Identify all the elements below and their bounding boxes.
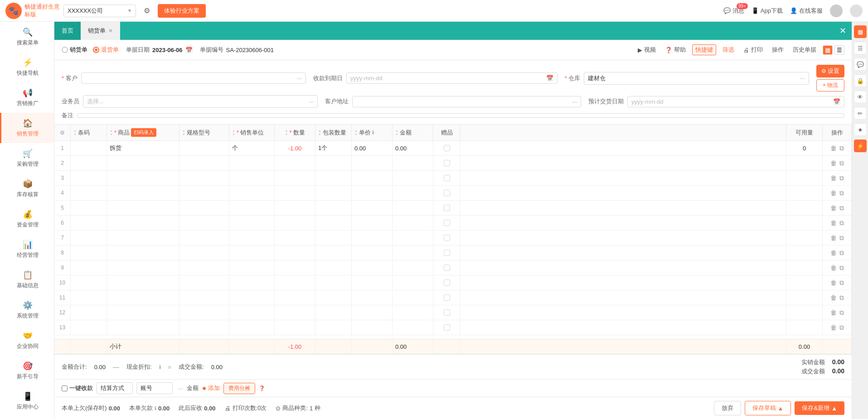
right-panel-lock-btn[interactable]: 🔒 [854,74,867,87]
online-service-btn[interactable]: 👤 在线客服 [790,7,823,15]
toolbar-help[interactable]: ❓ 帮助 [662,45,689,55]
close-window-icon[interactable]: ✕ [839,26,846,36]
sidebar-item-basic[interactable]: 📋 基础信息 [0,265,54,295]
delete-icon[interactable]: 🗑 [830,264,837,271]
copy-icon[interactable]: ⧉ [839,174,844,182]
radio-sales[interactable]: 销货单 [62,46,87,54]
experience-button[interactable]: 体验行业方案 [158,4,206,18]
gift-checkbox[interactable] [444,294,450,301]
row-barcode[interactable] [71,141,107,155]
delete-icon[interactable]: 🗑 [830,249,837,256]
gift-checkbox[interactable] [444,279,450,286]
price-info-icon[interactable]: ℹ [372,130,374,135]
copy-icon[interactable]: ⧉ [839,204,844,212]
tab-close-icon[interactable]: ✕ [108,28,113,34]
gift-checkbox[interactable] [444,205,450,211]
copy-icon[interactable]: ⧉ [839,219,844,227]
row-spec[interactable] [179,141,229,155]
settings-icon[interactable]: ⚙ [140,4,154,18]
warehouse-input[interactable]: 建材仓 ··· [584,72,809,85]
row-price[interactable]: 0.00 [352,141,393,155]
toolbar-video[interactable]: ▶ 视频 [635,45,659,55]
save-new-btn[interactable]: 保存&新增 ▲ [795,401,844,415]
grid-view-btn[interactable]: ▦ [823,45,833,55]
right-panel-eye-btn[interactable]: 👁 [854,91,867,103]
sidebar-item-operations[interactable]: 📊 经营管理 [0,234,54,265]
payment-method-select[interactable]: 结算方式 [97,382,133,394]
gift-checkbox[interactable] [444,145,450,151]
delete-icon[interactable]: 🗑 [830,279,837,286]
gift-checkbox[interactable] [444,250,450,256]
toolbar-shortcut[interactable]: 快捷键 [692,44,716,55]
deduct-info-icon[interactable]: ℹ [155,405,156,411]
copy-icon[interactable]: ⧉ [839,309,844,317]
gift-checkbox[interactable] [444,190,450,196]
cash-discount-info-icon[interactable]: ℹ [159,364,161,370]
avatar[interactable] [830,5,843,17]
payment-dots-btn[interactable]: ··· [178,385,183,392]
fee-split-btn[interactable]: 费用分摊 [223,383,255,394]
gift-checkbox[interactable] [444,309,450,316]
row-extra[interactable] [461,141,786,155]
sidebar-item-wechat[interactable]: 💬 企业微信 [0,416,54,419]
salesperson-input[interactable]: 选择... ··· [83,95,318,108]
settings-btn[interactable]: ⚙ 设置 [816,65,844,77]
warehouse-dots-btn[interactable]: ··· [800,75,805,82]
gift-checkbox[interactable] [444,175,450,181]
right-panel-edit-btn[interactable]: ✏ [854,107,867,120]
toolbar-history[interactable]: 历史单据 [790,45,819,55]
copy-icon[interactable]: ⧉ [839,144,844,152]
toolbar-operations[interactable]: 操作 [769,45,786,55]
message-btn[interactable]: 💬 消息 99+ [723,7,744,15]
gift-checkbox[interactable] [444,324,450,331]
payment-due-input[interactable]: yyyy-mm-dd 📅 [346,72,558,84]
customer-addr-input[interactable]: ··· [352,96,581,107]
sidebar-item-guide[interactable]: 🎯 新手引导 [0,356,54,386]
delete-icon[interactable]: 🗑 [830,219,837,226]
copy-icon[interactable]: ⧉ [839,264,844,272]
right-panel-list-btn[interactable]: ☰ [854,42,867,54]
copy-icon[interactable]: ⧉ [839,249,844,257]
customer-input[interactable]: ··· [81,72,306,84]
tab-sales-order[interactable]: 销货单 ✕ [81,22,120,40]
product-types-info-icon[interactable]: ⊙ [276,405,281,412]
logistics-btn[interactable]: + 物流 [816,79,844,92]
salesperson-dots-btn[interactable]: ··· [309,98,314,105]
remark-input[interactable] [77,113,844,118]
scan-button[interactable]: 扫码录入 [131,128,156,137]
toolbar-print[interactable]: 🖨 打印 [741,45,766,55]
th-settings[interactable]: ⚙ [54,125,71,140]
copy-icon[interactable]: ⧉ [839,324,844,332]
right-panel-star-btn[interactable]: ★ [854,123,867,136]
save-draft-btn[interactable]: 保存草稿 ▲ [745,401,791,415]
date-calendar-icon[interactable]: 📅 [185,47,193,53]
delete-icon[interactable]: 🗑 [830,174,837,182]
delete-icon[interactable]: 🗑 [830,159,837,167]
addr-dots-btn[interactable]: ··· [572,98,577,105]
one-click-payment-checkbox[interactable]: 一键收款 [62,384,93,392]
sidebar-item-system[interactable]: ⚙️ 系统管理 [0,295,54,325]
toolbar-filter[interactable]: 筛选 [720,45,737,55]
one-click-checkbox[interactable] [62,385,68,391]
row-product[interactable]: 拆货 [107,141,179,155]
sidebar-item-quicknav[interactable]: ⚡ 快捷导航 [0,52,54,82]
delete-icon[interactable]: 🗑 [830,309,837,316]
delete-icon[interactable]: 🗑 [830,324,837,331]
delete-icon[interactable]: 🗑 [830,144,837,152]
delete-icon[interactable]: 🗑 [830,189,837,197]
copy-icon[interactable]: ⧉ [839,159,844,167]
tab-home[interactable]: 首页 [54,22,81,40]
row-pkg[interactable]: 1个 [315,141,352,155]
expected-date-calendar-icon[interactable]: 📅 [833,98,840,105]
company-selector[interactable]: XXXXXX公司 ▼ [63,5,136,17]
gift-checkbox[interactable] [444,265,450,271]
sidebar-item-finance[interactable]: 💰 资金管理 [0,204,54,234]
sidebar-item-marketing[interactable]: 📢 营销推广 [0,82,54,113]
list-view-btn[interactable]: ☰ [834,45,844,55]
delete-icon[interactable]: 🗑 [830,234,837,241]
customer-dots-btn[interactable]: ··· [297,75,302,82]
right-panel-comment-btn[interactable]: 💬 [854,58,867,71]
sidebar-item-inventory[interactable]: 📦 库存核算 [0,173,54,204]
expected-date-input[interactable]: yyyy-mm-dd 📅 [627,96,844,107]
copy-icon[interactable]: ⧉ [839,279,844,287]
